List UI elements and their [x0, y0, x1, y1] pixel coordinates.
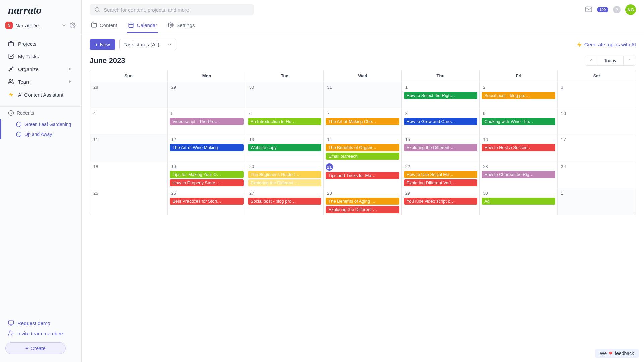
- prev-button[interactable]: [585, 56, 597, 65]
- calendar-cell[interactable]: 16How to Host a Succes…: [480, 134, 557, 161]
- calendar-cell[interactable]: 30: [246, 82, 324, 108]
- calendar-event[interactable]: Social post - blog pro…: [248, 198, 321, 205]
- workspace-selector[interactable]: N NarratoDe...: [0, 19, 81, 35]
- calendar-cell[interactable]: 29: [168, 82, 246, 108]
- nav-my-tasks[interactable]: My Tasks: [0, 50, 81, 63]
- calendar-cell[interactable]: 25: [90, 188, 168, 215]
- request-demo-link[interactable]: Request demo: [5, 318, 76, 328]
- heart-icon: ❤: [609, 351, 613, 356]
- calendar-event[interactable]: Exploring the Different …: [404, 144, 477, 151]
- date-number: 9: [482, 110, 487, 117]
- calendar-cell[interactable]: 17: [558, 134, 636, 161]
- svg-point-22: [170, 24, 172, 26]
- calendar-event[interactable]: The Benefits of Organi…: [326, 144, 399, 151]
- recent-item[interactable]: Green Leaf Gardening: [0, 119, 81, 129]
- day-header: Fri: [480, 70, 557, 82]
- nav-organize[interactable]: Organize: [0, 63, 81, 75]
- gear-icon[interactable]: [70, 22, 76, 28]
- calendar-cell[interactable]: 18: [90, 161, 168, 188]
- calendar-event[interactable]: Email outreach: [326, 153, 399, 160]
- calendar-cell[interactable]: 3: [558, 82, 636, 108]
- search-bar[interactable]: [90, 4, 254, 15]
- nav-projects[interactable]: Projects: [0, 37, 81, 50]
- calendar-cell[interactable]: 2Social post - blog pro…: [480, 82, 557, 108]
- calendar-cell[interactable]: 23How to Choose the Rig…: [480, 161, 557, 188]
- create-button[interactable]: + Create: [5, 342, 66, 354]
- calendar-cell[interactable]: 28: [90, 82, 168, 108]
- calendar-cell[interactable]: 6An Introduction to Ho…: [246, 108, 324, 134]
- calendar-cell[interactable]: 28The Benefits of Aging …Exploring the D…: [324, 188, 401, 215]
- calendar-event[interactable]: How to Use Social Me…: [404, 171, 477, 178]
- calendar-event[interactable]: How to Select the Righ…: [404, 92, 477, 99]
- status-filter[interactable]: Task status (All): [119, 39, 176, 50]
- tab-settings[interactable]: Settings: [166, 19, 196, 33]
- sidebar-footer: Request demo Invite team members + Creat…: [0, 314, 81, 362]
- calendar-event[interactable]: Best Practices for Stori…: [170, 198, 243, 205]
- calendar-cell[interactable]: 13Website copy: [246, 134, 324, 161]
- calendar-event[interactable]: Tips and Tricks for Ma…: [326, 172, 399, 179]
- calendar-event[interactable]: Website copy: [248, 144, 321, 151]
- calendar-cell[interactable]: 29YouTube video script o…: [402, 188, 480, 215]
- tasks-icon: [8, 53, 14, 59]
- calendar-event[interactable]: Exploring the Different …: [248, 179, 321, 186]
- nav-team[interactable]: Team: [0, 75, 81, 88]
- calendar-cell[interactable]: 1: [558, 188, 636, 215]
- calendar-event[interactable]: How to Host a Succes…: [482, 144, 555, 151]
- date-number: 13: [248, 136, 255, 143]
- calendar-cell[interactable]: 10: [558, 108, 636, 134]
- user-avatar[interactable]: NG: [625, 4, 636, 15]
- nav-ai-assistant[interactable]: AI Content Assistant: [0, 88, 81, 101]
- calendar-event[interactable]: Exploring Different Vari…: [404, 179, 477, 186]
- date-number: 20: [248, 163, 255, 170]
- feedback-widget[interactable]: We ❤ feedback: [595, 349, 639, 358]
- search-input[interactable]: [104, 7, 249, 13]
- calendar-cell[interactable]: 15Exploring the Different …: [402, 134, 480, 161]
- calendar-cell[interactable]: 7The Art of Making Che…: [324, 108, 401, 134]
- notifications[interactable]: [585, 6, 592, 14]
- calendar-event[interactable]: The Art of Wine Making: [170, 144, 243, 151]
- calendar-cell[interactable]: 11: [90, 134, 168, 161]
- tab-content[interactable]: Content: [90, 19, 119, 33]
- calendar-cell[interactable]: 1How to Select the Righ…: [402, 82, 480, 108]
- calendar-cell[interactable]: 4: [90, 108, 168, 134]
- calendar-event[interactable]: How to Properly Store …: [170, 179, 243, 186]
- invite-members-link[interactable]: Invite team members: [5, 328, 76, 338]
- calendar-cell[interactable]: 19Tips for Making Your O…How to Properly…: [168, 161, 246, 188]
- today-button[interactable]: Today: [597, 56, 624, 65]
- help-icon[interactable]: ?: [613, 6, 621, 13]
- calendar-event[interactable]: The Art of Making Che…: [326, 118, 399, 125]
- calendar-cell[interactable]: 31: [324, 82, 401, 108]
- tab-calendar[interactable]: Calendar: [127, 19, 159, 33]
- calendar-cell[interactable]: 22How to Use Social Me…Exploring Differe…: [402, 161, 480, 188]
- calendar-event[interactable]: The Beginner's Guide t…: [248, 171, 321, 178]
- calendar-cell[interactable]: 8How to Grow and Care…: [402, 108, 480, 134]
- calendar-cell[interactable]: 14The Benefits of Organi…Email outreach: [324, 134, 401, 161]
- svg-marker-7: [69, 80, 71, 83]
- calendar-cell[interactable]: 9Cooking with Wine: Tip…: [480, 108, 557, 134]
- calendar-event[interactable]: How to Choose the Rig…: [482, 171, 555, 178]
- date-number: 17: [560, 136, 567, 143]
- next-button[interactable]: [624, 56, 636, 65]
- calendar-event[interactable]: Ad: [482, 198, 555, 205]
- calendar-cell[interactable]: 27Social post - blog pro…: [246, 188, 324, 215]
- calendar-cell[interactable]: 12The Art of Wine Making: [168, 134, 246, 161]
- calendar-event[interactable]: The Benefits of Aging …: [326, 198, 399, 205]
- calendar-event[interactable]: Exploring the Different …: [326, 206, 399, 213]
- calendar-event[interactable]: Tips for Making Your O…: [170, 171, 243, 178]
- calendar-cell[interactable]: 26Best Practices for Stori…: [168, 188, 246, 215]
- calendar-cell[interactable]: 5Video script - The Pro…: [168, 108, 246, 134]
- calendar-cell[interactable]: 21Tips and Tricks for Ma…: [324, 161, 401, 188]
- calendar-event[interactable]: Social post - blog pro…: [482, 92, 555, 99]
- calendar-cell[interactable]: 20The Beginner's Guide t…Exploring the D…: [246, 161, 324, 188]
- generate-ai-link[interactable]: Generate topics with AI: [576, 42, 636, 48]
- calendar-event[interactable]: An Introduction to Ho…: [248, 118, 321, 125]
- calendar-event[interactable]: YouTube video script o…: [404, 198, 477, 205]
- calendar-event[interactable]: Cooking with Wine: Tip…: [482, 118, 555, 125]
- new-button[interactable]: + New: [90, 39, 115, 50]
- calendar-event[interactable]: How to Grow and Care…: [404, 118, 477, 125]
- recent-item[interactable]: Up and Away: [0, 129, 81, 139]
- calendar-cell[interactable]: 24: [558, 161, 636, 188]
- date-number: 19: [170, 163, 177, 170]
- calendar-event[interactable]: Video script - The Pro…: [170, 118, 243, 125]
- calendar-cell[interactable]: 30Ad: [480, 188, 557, 215]
